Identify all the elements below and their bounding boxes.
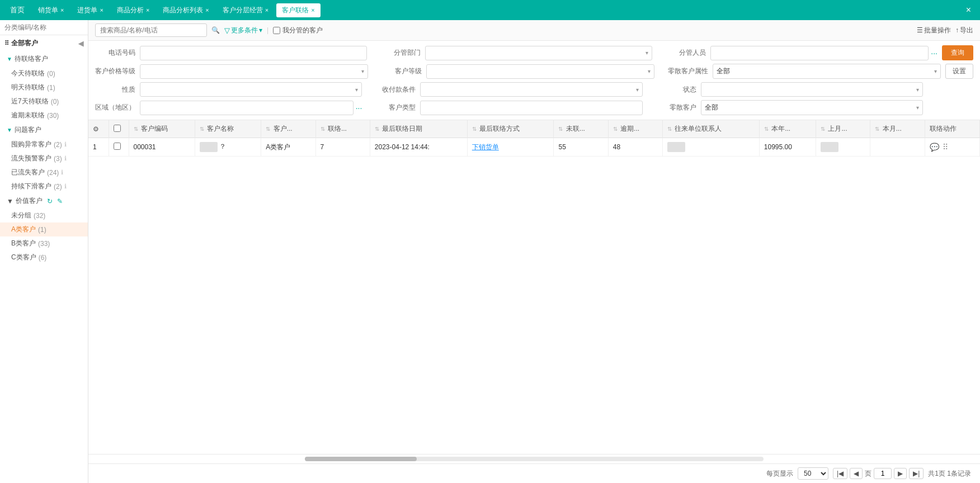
td-last-method[interactable]: 下销货单 bbox=[467, 138, 554, 157]
td-index: 1 bbox=[88, 138, 109, 157]
dots-region[interactable]: ··· bbox=[356, 103, 362, 112]
sidebar-search-input[interactable] bbox=[4, 23, 88, 31]
batch-op-button[interactable]: ☰ 批量操作 bbox=[917, 26, 951, 35]
th-checkbox[interactable] bbox=[109, 120, 129, 138]
input-cust-type[interactable] bbox=[420, 101, 642, 115]
nav-tab-customer-segment[interactable]: 客户分层经营 × bbox=[217, 3, 274, 17]
page-nav-last-button[interactable]: ▶| bbox=[909, 468, 924, 479]
select-all-checkbox[interactable] bbox=[114, 125, 121, 132]
nav-tab-analysis-list[interactable]: 商品分析列表 × bbox=[157, 3, 214, 17]
sidebar-collapse-icon[interactable]: ◀ bbox=[78, 40, 83, 48]
filter-search-button[interactable]: 🔍 bbox=[211, 26, 220, 34]
settings-button[interactable]: 设置 bbox=[945, 64, 973, 79]
select-dept[interactable]: ▾ bbox=[425, 46, 652, 60]
filter-cell-status: 状态 ▾ bbox=[656, 82, 923, 97]
sort-icon-contact-count[interactable]: ⇅ bbox=[321, 126, 325, 132]
page-input[interactable] bbox=[874, 468, 892, 479]
nav-tab-sales[interactable]: 销货单 × bbox=[32, 3, 69, 17]
sidebar-item-today[interactable]: 今天待联络 (0) bbox=[0, 67, 88, 80]
filter-search-input[interactable] bbox=[95, 23, 207, 37]
sidebar-item-class-b[interactable]: B类客户 (33) bbox=[0, 236, 88, 250]
row-checkbox[interactable] bbox=[114, 143, 121, 150]
sort-icon-last-method[interactable]: ⇅ bbox=[472, 126, 477, 132]
sidebar-group-value[interactable]: ▼ 价值客户 ↻ ✎ bbox=[0, 193, 88, 209]
sidebar-item-declining[interactable]: 持续下滑客户 (2) ℹ bbox=[0, 179, 88, 193]
query-button[interactable]: 查询 bbox=[942, 45, 973, 60]
th-cust-type: ⇅ 客户... bbox=[261, 120, 315, 138]
sort-icon-this-year[interactable]: ⇅ bbox=[764, 126, 769, 132]
th-settings[interactable]: ⚙ bbox=[88, 120, 109, 138]
caret-scatter-attr: ▾ bbox=[934, 68, 937, 74]
nav-close-sales[interactable]: × bbox=[60, 7, 64, 13]
nav-close-customer-contact[interactable]: × bbox=[311, 7, 314, 13]
filter-more-conditions[interactable]: ▽ 更多条件 ▾ bbox=[224, 26, 262, 35]
sidebar-item-churned[interactable]: 已流失客户 (24) ℹ bbox=[0, 165, 88, 179]
nav-close-analysis-list[interactable]: × bbox=[205, 7, 209, 13]
sidebar-item-7days[interactable]: 近7天待联络 (0) bbox=[0, 94, 88, 108]
label-region: 区域（地区） bbox=[95, 103, 140, 112]
select-cust-level[interactable]: ▾ bbox=[426, 64, 654, 79]
my-customers-checkbox[interactable] bbox=[273, 27, 280, 34]
sidebar-item-unclassified[interactable]: 未分组 (32) bbox=[0, 209, 88, 222]
sort-icon-name[interactable]: ⇅ bbox=[200, 126, 204, 132]
my-customers-checkbox-label[interactable]: 我分管的客户 bbox=[273, 26, 323, 35]
nav-close-purchase[interactable]: × bbox=[100, 7, 103, 13]
app-root: 首页 销货单 × 进货单 × 商品分析 × 商品分析列表 × 客户分层经营 × … bbox=[0, 0, 980, 483]
sidebar-item-churn-warn[interactable]: 流失预警客户 (3) ℹ bbox=[0, 151, 88, 165]
select-scatter-attr[interactable]: 全部 ▾ bbox=[713, 64, 941, 79]
sort-icon-this-month[interactable]: ⇅ bbox=[875, 126, 879, 132]
filter-cell-price-level: 客户价格等级 ▾ bbox=[95, 64, 368, 79]
sidebar-item-class-c[interactable]: C类客户 (6) bbox=[0, 250, 88, 264]
page-nav-next-button[interactable]: ▶ bbox=[894, 468, 907, 479]
sidebar-item-class-a[interactable]: A类客户 (1) bbox=[0, 222, 88, 236]
sidebar-item-tomorrow[interactable]: 明天待联络 (1) bbox=[0, 80, 88, 94]
nav-close-analysis[interactable]: × bbox=[146, 7, 149, 13]
nav-close-all[interactable]: × bbox=[962, 5, 976, 15]
select-payment[interactable]: ▾ bbox=[420, 82, 642, 97]
nav-tab-purchase[interactable]: 进货单 × bbox=[72, 3, 109, 17]
sidebar-group-pending[interactable]: ▼ 待联络客户 bbox=[0, 51, 88, 67]
select-price-level[interactable]: ▾ bbox=[140, 64, 368, 79]
value-edit-icon[interactable]: ✎ bbox=[57, 197, 63, 205]
sidebar-group-problem[interactable]: ▼ 问题客户 bbox=[0, 122, 88, 138]
select-scatter[interactable]: 全部 ▾ bbox=[701, 100, 923, 115]
horizontal-scrollbar[interactable] bbox=[88, 454, 980, 463]
sort-icon-overdue[interactable]: ⇅ bbox=[613, 126, 618, 132]
more-action-icon[interactable]: ⠿ bbox=[943, 143, 948, 151]
select-region[interactable] bbox=[140, 101, 354, 115]
sort-icon-cust-type[interactable]: ⇅ bbox=[266, 126, 270, 132]
nav-close-customer-segment[interactable]: × bbox=[265, 7, 268, 13]
caret-status: ▾ bbox=[916, 87, 919, 93]
sort-icon-last-date[interactable]: ⇅ bbox=[375, 126, 379, 132]
last-method-link[interactable]: 下销货单 bbox=[472, 143, 499, 151]
nav-home[interactable]: 首页 bbox=[4, 3, 30, 17]
filter-bar: 🔍 ▽ 更多条件 ▾ | 我分管的客户 ☰ 批量操作 bbox=[88, 20, 980, 41]
sidebar-item-overdue[interactable]: 逾期未联络 (30) bbox=[0, 108, 88, 122]
scroll-thumb[interactable] bbox=[305, 457, 417, 461]
dots-person[interactable]: ··· bbox=[931, 49, 937, 58]
value-refresh-icon[interactable]: ↻ bbox=[47, 197, 53, 205]
page-prev-button[interactable]: ◀ bbox=[850, 468, 863, 479]
sort-icon-unit-contact[interactable]: ⇅ bbox=[667, 126, 672, 132]
select-status[interactable]: ▾ bbox=[701, 82, 923, 97]
select-person[interactable] bbox=[710, 46, 929, 60]
td-checkbox[interactable] bbox=[109, 138, 129, 157]
sidebar-all-customers[interactable]: ⠿ 全部客户 ◀ bbox=[0, 35, 88, 51]
settings-icon[interactable]: ⚙ bbox=[93, 125, 99, 133]
page-first-button[interactable]: |◀ bbox=[833, 468, 847, 479]
sort-icon-last-month[interactable]: ⇅ bbox=[821, 126, 825, 132]
td-last-date: 2023-04-12 14:44: bbox=[370, 138, 467, 157]
content-area: 🔍 ▽ 更多条件 ▾ | 我分管的客户 ☰ 批量操作 bbox=[88, 20, 980, 483]
input-phone[interactable] bbox=[140, 46, 367, 60]
scroll-track[interactable] bbox=[305, 457, 764, 461]
sort-icon-code[interactable]: ⇅ bbox=[134, 126, 138, 132]
per-page-select[interactable]: 50 100 200 bbox=[798, 467, 828, 480]
select-nature[interactable]: ▾ bbox=[140, 82, 362, 97]
nav-tab-customer-contact[interactable]: 客户联络 × bbox=[276, 3, 320, 17]
contact-action-icon[interactable]: 💬 bbox=[930, 143, 939, 151]
sort-icon-no-contact[interactable]: ⇅ bbox=[558, 126, 563, 132]
nav-tab-analysis[interactable]: 商品分析 × bbox=[111, 3, 155, 17]
caret-nature: ▾ bbox=[355, 87, 358, 93]
sidebar-item-hoarding[interactable]: 囤购异常客户 (2) ℹ bbox=[0, 138, 88, 151]
export-button[interactable]: ↑ 导出 bbox=[955, 26, 973, 35]
